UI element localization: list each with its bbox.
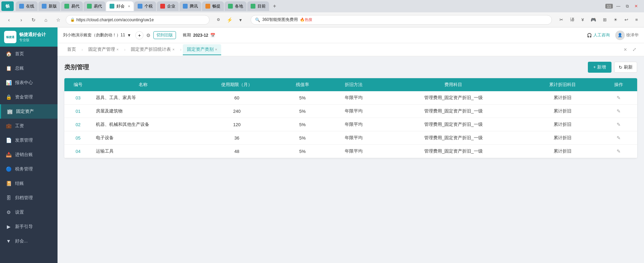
tab-icon-haohui bbox=[110, 4, 114, 9]
browser-tab-muqian[interactable]: 目前 bbox=[247, 1, 269, 11]
breadcrumb-sep-3: › bbox=[180, 47, 181, 52]
back-button[interactable]: ‹ bbox=[4, 15, 14, 25]
fixed-assets-nav-icon: 🏢 bbox=[7, 108, 13, 115]
breadcrumb-tab-fixed-mgmt[interactable]: 固定资产管理 × bbox=[84, 44, 123, 55]
sidebar-item-settings[interactable]: ⚙ 设置 bbox=[0, 205, 58, 219]
wallet-btn[interactable]: ¥ bbox=[579, 16, 586, 23]
sidebar-item-home[interactable]: 🏠 首页 bbox=[0, 47, 58, 61]
new-tab-button[interactable]: + bbox=[270, 1, 279, 11]
sidebar-item-ledger[interactable]: 📋 总账 bbox=[0, 61, 58, 75]
lightning-btn[interactable]: ⚡ bbox=[225, 15, 234, 25]
search-icon: 🔍 bbox=[255, 17, 260, 22]
window-close-btn[interactable]: ✕ bbox=[632, 3, 640, 9]
tab-label-enterprise: 企业 bbox=[167, 3, 175, 9]
sidebar-label-ledger: 总账 bbox=[15, 65, 24, 71]
service-container: 🎧 人工咨询 bbox=[587, 32, 610, 38]
tab-close-haohui[interactable]: × bbox=[128, 4, 130, 8]
edit-btn-0[interactable]: ✎ bbox=[617, 95, 621, 100]
header-right: 🎧 人工咨询 👤 徐泽华 bbox=[587, 31, 639, 40]
calendar-icon[interactable]: 📅 bbox=[210, 33, 215, 38]
breadcrumb-tab-home[interactable]: 首页 bbox=[63, 44, 80, 55]
sidebar-item-reports[interactable]: 📊 报表中心 bbox=[0, 75, 58, 90]
scissors-btn[interactable]: ✂ bbox=[557, 16, 565, 23]
bookmark-button[interactable]: ☆ bbox=[53, 15, 63, 25]
edit-btn-3[interactable]: ✎ bbox=[617, 135, 621, 141]
close-fixed-mgmt-tab[interactable]: × bbox=[116, 47, 118, 51]
table-row: 02 机器、机械和其他生产设备 120 5% 年限平均 管理费用_固定资产折旧_… bbox=[64, 118, 637, 131]
search-bar[interactable]: 🔍 360智能抠图免费用 🔥热搜 bbox=[251, 15, 552, 25]
browser-toolbar-right: ✂ 译 ¥ 🎮 ⊞ ☀ ↩ ≡ bbox=[557, 16, 640, 24]
cell-id-1[interactable]: 01 bbox=[64, 105, 92, 118]
browser-tab-enterprise[interactable]: 企业 bbox=[157, 1, 179, 11]
history-btn[interactable]: ↩ bbox=[622, 16, 630, 23]
url-bar[interactable]: 🔒 https://cloud.chanjet.com/accounting/u… bbox=[66, 15, 210, 25]
refresh-btn[interactable]: ↻ 刷新 bbox=[614, 62, 637, 73]
cell-id-2[interactable]: 02 bbox=[64, 118, 92, 131]
tab-label-changtui: 畅提 bbox=[212, 3, 220, 9]
refresh-label: 刷新 bbox=[624, 64, 633, 70]
more-btn[interactable]: ≡ bbox=[633, 16, 640, 23]
add-account-btn[interactable]: + bbox=[135, 31, 143, 39]
cell-expense-0: 管理费用_固定资产折旧_一级 bbox=[382, 91, 525, 105]
panel-close-btn[interactable]: × bbox=[622, 47, 629, 53]
reload-button[interactable]: ↻ bbox=[29, 15, 38, 25]
sidebar-item-closing[interactable]: 📔 结账 bbox=[0, 176, 58, 191]
game-btn[interactable]: 🎮 bbox=[589, 16, 598, 23]
app-icon: 畅 bbox=[1, 1, 14, 11]
sidebar-item-invoice[interactable]: 📄 发票管理 bbox=[0, 133, 58, 147]
breadcrumb-tabs: 首页 › 固定资产管理 × › 固定资产折旧统计表 × › 固定资产类别 × ×… bbox=[58, 43, 644, 56]
add-category-btn[interactable]: + 新增 bbox=[588, 62, 611, 73]
browser-tab-gedi[interactable]: 各地 bbox=[225, 1, 247, 11]
dropdown-btn[interactable]: ▾ bbox=[236, 15, 245, 25]
browser-tab-haohui[interactable]: 好会 × bbox=[106, 1, 134, 11]
browser-tab-online[interactable]: 在线 bbox=[16, 1, 38, 11]
close-depreciation-tab[interactable]: × bbox=[172, 47, 174, 51]
window-restore-btn[interactable]: ⧉ bbox=[624, 3, 631, 9]
sidebar-label-settings: 设置 bbox=[15, 209, 24, 215]
browser-tab-tax[interactable]: 个税 bbox=[134, 1, 156, 11]
edit-btn-2[interactable]: ✎ bbox=[617, 122, 621, 127]
table-header: 编号 名称 使用期限（月） 残值率 折旧方法 费用科目 累计折旧科目 操作 bbox=[64, 78, 637, 91]
cell-method-2: 年限平均 bbox=[326, 118, 382, 131]
sun-btn[interactable]: ☀ bbox=[611, 16, 620, 23]
sidebar-item-more[interactable]: ▼ 好会... bbox=[0, 234, 58, 248]
home-button[interactable]: ⌂ bbox=[41, 15, 51, 25]
cell-residual-0: 5% bbox=[279, 91, 326, 105]
panel-maximize-btn[interactable]: ⤢ bbox=[630, 47, 639, 53]
browser-tab-yidai2[interactable]: 易代 bbox=[84, 1, 105, 11]
browser-tab-new[interactable]: 新版 bbox=[38, 1, 60, 11]
cell-id-3[interactable]: 05 bbox=[64, 131, 92, 145]
browser-tab-yidai1[interactable]: 易代 bbox=[61, 1, 83, 11]
sidebar-item-purchase-sale[interactable]: 📥 进销台账 bbox=[0, 147, 58, 162]
app-layout: 畅捷通 畅捷通好会计 专业版 🏠 首页 📋 总账 📊 报表中心 🔒 资 bbox=[0, 27, 644, 263]
sidebar-item-archive[interactable]: 🗄 归档管理 bbox=[0, 191, 58, 205]
close-category-tab[interactable]: × bbox=[215, 47, 217, 51]
edit-btn-1[interactable]: ✎ bbox=[617, 108, 621, 114]
more-nav-icon: ▼ bbox=[5, 238, 12, 244]
breadcrumb-tab-category[interactable]: 固定资产类别 × bbox=[183, 44, 221, 55]
browser-tab-tencent[interactable]: 腾讯 bbox=[179, 1, 201, 11]
tab-icon-new bbox=[42, 4, 47, 9]
window-minimize-btn[interactable]: — bbox=[614, 3, 622, 9]
cell-id-0[interactable]: 03 bbox=[64, 91, 92, 105]
depreciation-tab-label: 固定资产折旧统计表 bbox=[131, 46, 171, 52]
grid-btn[interactable]: ⊞ bbox=[601, 16, 609, 23]
cell-id-4[interactable]: 04 bbox=[64, 145, 92, 158]
sidebar-label-reports: 报表中心 bbox=[15, 80, 33, 86]
translate-btn[interactable]: 译 bbox=[568, 16, 577, 24]
sidebar-item-tax[interactable]: 🔵 税务管理 bbox=[0, 162, 58, 176]
settings-btn[interactable]: ⚙ bbox=[146, 33, 151, 38]
service-label[interactable]: 人工咨询 bbox=[593, 32, 610, 38]
tab-icon-enterprise bbox=[160, 4, 165, 9]
sidebar-item-fixed-assets[interactable]: 🏢 固定资产 bbox=[0, 104, 58, 119]
edit-btn-4[interactable]: ✎ bbox=[617, 148, 621, 154]
user-dropdown-icon[interactable]: ▼ bbox=[127, 33, 131, 38]
switch-view-btn[interactable]: 切到旧版 bbox=[153, 31, 176, 39]
site-settings-btn[interactable]: ⚙ bbox=[214, 15, 223, 25]
breadcrumb-tab-depreciation[interactable]: 固定资产折旧统计表 × bbox=[127, 44, 178, 55]
sidebar-item-guide[interactable]: ▶ 新手引导 bbox=[0, 219, 58, 234]
forward-button[interactable]: › bbox=[16, 15, 26, 25]
browser-tab-changtui[interactable]: 畅提 bbox=[202, 1, 224, 11]
sidebar-item-funds[interactable]: 🔒 资金管理 bbox=[0, 90, 58, 104]
sidebar-item-payroll[interactable]: 💼 工资 bbox=[0, 119, 58, 133]
